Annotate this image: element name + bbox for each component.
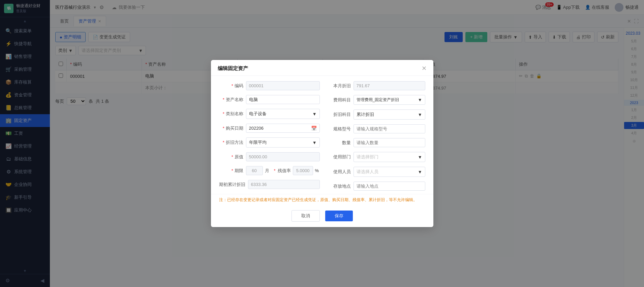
modal-close-button[interactable]: ✕ [422,65,427,72]
dep-method-select[interactable]: 年限平均 ▼ [246,137,320,148]
initial-accum-input[interactable] [248,180,320,189]
code-label: 编码 [219,83,243,89]
person-field-row: 使用人员 请选择人员 ▼ [327,167,425,177]
asset-name-input[interactable] [246,95,320,104]
expense-subject-chevron-icon: ▼ [418,97,422,102]
department-select[interactable]: 请选择部门 ▼ [354,152,425,162]
period-residual-row: 期限 月 * 残值率 % [219,166,320,175]
initial-accum-label: 期初累计折旧 [219,182,245,188]
code-input[interactable] [246,81,320,90]
purchase-date-label: 购买日期 [219,125,243,131]
purchase-date-input[interactable] [246,124,308,132]
calendar-icon[interactable]: 📅 [308,126,319,131]
modal-body: 编码 资产名称 类别名称 电子设备 ▼ [211,76,433,194]
category-label: 类别名称 [219,111,243,117]
original-value-input[interactable] [246,152,320,161]
dep-method-chevron-icon: ▼ [312,140,317,145]
dep-subject-label: 折旧科目 [327,111,351,118]
expense-subject-label: 费用科目 [327,97,351,103]
month-dep-input[interactable] [354,81,425,90]
original-value-label: 原值 [219,154,243,160]
location-field-row: 存放地点 [327,182,425,191]
dep-subject-chevron-icon: ▼ [418,112,422,117]
person-label: 使用人员 [327,169,351,175]
residual-rate-label: 残值率 [278,168,291,174]
initial-accum-field-row: 期初累计折旧 [219,180,320,189]
month-dep-label: 本月折旧 [327,83,351,89]
period-label: 期限 [219,168,243,174]
category-select[interactable]: 电子设备 ▼ [246,109,320,119]
save-button[interactable]: 保存 [325,211,353,221]
model-label: 规格型号 [327,126,351,132]
form-right-col: 本月折旧 费用科目 管理费用_固定资产折旧 ▼ 折旧科目 [327,81,425,191]
code-field-row: 编码 [219,81,320,90]
quantity-label: 数量 [327,140,351,146]
model-input[interactable] [354,124,425,133]
month-dep-field-row: 本月折旧 [327,81,425,90]
dep-subject-select[interactable]: 累计折旧 ▼ [354,109,425,120]
purchase-date-field-row: 购买日期 📅 [219,124,320,133]
location-input[interactable] [354,182,425,191]
period-input[interactable] [246,166,263,175]
original-value-field-row: 原值 [219,152,320,161]
department-label: 使用部门 [327,154,351,160]
person-chevron-icon: ▼ [418,169,422,174]
residual-pct-symbol: % [315,168,319,173]
dep-subject-field-row: 折旧科目 累计折旧 ▼ [327,109,425,120]
model-field-row: 规格型号 [327,124,425,133]
quantity-input[interactable] [354,138,425,147]
department-field-row: 使用部门 请选择部门 ▼ [327,152,425,162]
modal-title: 编辑固定资产 [218,65,248,72]
asset-name-field-row: 资产名称 [219,95,320,104]
location-label: 存放地点 [327,183,351,189]
modal-overlay: 编辑固定资产 ✕ 编码 资产名称 [0,0,644,287]
purchase-date-input-group: 📅 [246,124,320,133]
expense-subject-field-row: 费用科目 管理费用_固定资产折旧 ▼ [327,95,425,105]
dept-chevron-icon: ▼ [418,155,422,160]
cancel-button[interactable]: 取消 [292,210,320,222]
category-chevron-icon: ▼ [312,111,317,117]
category-field-row: 类别名称 电子设备 ▼ [219,109,320,119]
modal-footer: 取消 保存 [211,206,433,227]
period-unit: 月 [265,168,269,174]
residual-rate-input[interactable] [293,166,313,175]
form-left-col: 编码 资产名称 类别名称 电子设备 ▼ [219,81,320,191]
modal-header: 编辑固定资产 ✕ [211,60,433,76]
modal-note: 注：已经存在变更记录或者对应固定资产已经生成凭证，原值、购买日期、残值率、累计折… [211,194,433,206]
edit-asset-modal: 编辑固定资产 ✕ 编码 资产名称 [211,60,433,227]
quantity-field-row: 数量 [327,138,425,147]
dep-method-label: 折旧方法 [219,139,243,146]
asset-name-label: 资产名称 [219,97,243,103]
person-select[interactable]: 请选择人员 ▼ [354,167,425,177]
form-grid: 编码 资产名称 类别名称 电子设备 ▼ [219,81,425,191]
expense-subject-select[interactable]: 管理费用_固定资产折旧 ▼ [354,95,425,105]
dep-method-field-row: 折旧方法 年限平均 ▼ [219,137,320,148]
